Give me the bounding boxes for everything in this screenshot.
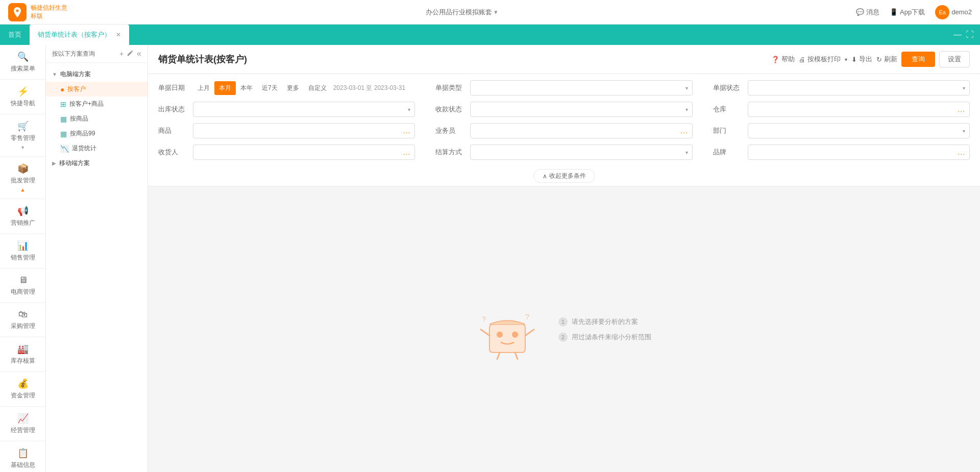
header-actions: ❓ 帮助 🖨 按模板打印 ▾ ⬇ 导出 ↻ 刷新 [771, 51, 970, 67]
settlement-select[interactable]: ▾ [470, 145, 692, 160]
marketing-icon: 📢 [17, 205, 29, 217]
tab-home[interactable]: 首页 [0, 25, 30, 45]
sidebar-item-sales[interactable]: 📊 销售管理 [0, 234, 45, 269]
filter-product-control: ... [193, 123, 415, 138]
sidebar-item-quicknav[interactable]: ⚡ 快捷导航 [0, 80, 45, 114]
by-customer-product-icon: ⊞ [60, 100, 66, 108]
department-select[interactable]: ▾ [748, 123, 970, 138]
tree-group-desktop: ▼ 电脑端方案 ● 按客户 ⊞ 按客户+商品 ▦ 按商品 [46, 67, 148, 156]
by-customer-icon: ● [60, 85, 64, 93]
filter-inner: 单据日期 上月 本月 本年 近7天 更多 自定义 20 [148, 74, 980, 160]
filter-ship-status: 出库状态 ▾ [158, 102, 415, 117]
settlement-chevron: ▾ [685, 150, 688, 155]
product-select[interactable]: ... [193, 123, 415, 138]
brand-select[interactable]: ... [748, 145, 970, 160]
tab-maximize-btn[interactable]: ⛶ [966, 30, 974, 39]
receiver-select[interactable]: ... [193, 145, 415, 160]
sidebar-item-finance[interactable]: 💰 资金管理 [0, 372, 45, 407]
scheme-add-btn[interactable]: + [119, 50, 124, 58]
date-tab-thisyear[interactable]: 本年 [236, 81, 257, 95]
receiver-dots: ... [403, 148, 411, 156]
filter-payment-control: ▾ [470, 102, 692, 117]
help-btn[interactable]: ❓ 帮助 [771, 55, 795, 64]
help-icon: ❓ [771, 56, 779, 63]
content-area: 按以下方案查询 + « ▼ 电脑端方案 ● 按 [46, 45, 980, 472]
message-btn[interactable]: 💬 消息 [856, 8, 879, 17]
top-header: 畅捷信好生意 标版 办公用品行业模拟账套 ▾ 💬 消息 📱 App下载 Ea d… [0, 0, 980, 25]
tree-item-by-customer-product[interactable]: ⊞ 按客户+商品 [46, 97, 148, 111]
date-range-control: 上月 本月 本年 近7天 更多 自定义 2023-03-01 至 2023-03… [193, 81, 415, 95]
retail-expand-icon: ▾ [21, 145, 24, 150]
filter-brand-control: ... [748, 145, 970, 160]
breadcrumb-dropdown-icon[interactable]: ▾ [494, 8, 498, 16]
date-tab-thismonth[interactable]: 本月 [214, 81, 236, 95]
refresh-btn[interactable]: ↻ 刷新 [876, 55, 897, 64]
warehouse-select[interactable]: ... [748, 102, 970, 117]
user-profile[interactable]: Ea demo2 [935, 5, 972, 19]
svg-point-2 [512, 332, 518, 338]
filter-date: 单据日期 上月 本月 本年 近7天 更多 自定义 20 [158, 81, 415, 95]
filter-receiver-control: ... [193, 145, 415, 160]
tab-minimize-btn[interactable]: — [953, 30, 962, 39]
svg-text:?: ? [525, 313, 529, 321]
app-download-btn[interactable]: 📱 App下载 [890, 8, 925, 17]
sidebar-item-purchase[interactable]: 🛍 采购管理 [0, 303, 45, 337]
svg-rect-0 [489, 324, 525, 352]
date-tab-lastmonth[interactable]: 上月 [193, 81, 214, 95]
empty-illustration: ? ? [477, 299, 538, 360]
export-btn[interactable]: ⬇ 导出 [851, 55, 872, 64]
date-tabs: 上月 本月 本年 近7天 更多 自定义 [193, 81, 331, 95]
date-tab-last7[interactable]: 近7天 [257, 81, 282, 95]
search-icon: 🔍 [17, 51, 29, 62]
tree-item-by-product-99[interactable]: ▦ 按商品99 [46, 126, 148, 141]
scheme-collapse-btn[interactable]: « [137, 49, 141, 58]
tab-sales-stat[interactable]: 销货单统计表（按客户） ✕ [30, 25, 129, 45]
tree-group-mobile-label[interactable]: ▶ 移动端方案 [46, 156, 148, 171]
tree-group-desktop-label[interactable]: ▼ 电脑端方案 [46, 67, 148, 82]
tip-num-2: 2 [558, 333, 568, 342]
ship-status-select[interactable]: ▾ [193, 102, 415, 117]
doc-type-chevron: ▾ [685, 85, 688, 91]
salesperson-select[interactable]: ... [470, 123, 692, 138]
sidebar-item-retail[interactable]: 🛒 零售管理 ▾ [0, 114, 45, 157]
sidebar-item-basic[interactable]: 📋 基础信息 [0, 441, 45, 472]
purchase-icon: 🛍 [18, 309, 28, 320]
tree-item-return-stats[interactable]: 📉 退货统计 [46, 141, 148, 156]
print-dropdown-arrow: ▾ [845, 57, 847, 62]
filter-doc-status: 单据状态 ▾ [713, 80, 970, 96]
mobile-group-arrow: ▶ [52, 160, 56, 166]
tree-item-by-customer[interactable]: ● 按客户 [46, 82, 148, 97]
svg-line-4 [525, 329, 534, 336]
sidebar-item-search[interactable]: 🔍 搜索菜单 [0, 45, 45, 80]
filter-doc-status-control: ▾ [748, 80, 970, 96]
query-btn[interactable]: 查询 [901, 52, 935, 67]
collapse-btn[interactable]: ∧ 收起更多条件 [534, 169, 595, 183]
svg-line-6 [515, 352, 518, 359]
doc-type-select[interactable]: ▾ [470, 80, 692, 96]
filter-salesperson: 业务员 ... [435, 123, 692, 138]
main-content: 销货单统计表(按客户) ❓ 帮助 🖨 按模板打印 ▾ ⬇ 导出 [148, 45, 980, 472]
doc-status-select[interactable]: ▾ [748, 80, 970, 96]
payment-status-select[interactable]: ▾ [470, 102, 692, 117]
settings-btn[interactable]: 设置 [939, 51, 970, 67]
tip-num-1: 1 [558, 317, 568, 326]
filter-ship-control: ▾ [193, 102, 415, 117]
warehouse-dots: ... [958, 105, 965, 113]
date-tab-more[interactable]: 更多 [282, 81, 304, 95]
tree-item-by-product[interactable]: ▦ 按商品 [46, 111, 148, 126]
sidebar-item-operations[interactable]: 📈 经营管理 [0, 407, 45, 441]
logo-area: 畅捷信好生意 标版 [8, 3, 67, 21]
sidebar-item-ecommerce[interactable]: 🖥 电商管理 [0, 269, 45, 303]
header-right: 💬 消息 📱 App下载 Ea demo2 [856, 5, 972, 19]
finance-icon: 💰 [17, 378, 29, 389]
filter-settlement: 结算方式 ▾ [435, 145, 692, 160]
tab-close-btn[interactable]: ✕ [116, 31, 121, 38]
svg-line-3 [481, 329, 489, 336]
date-tab-custom[interactable]: 自定义 [304, 81, 331, 95]
sidebar-item-inventory[interactable]: 🏭 库存核算 [0, 337, 45, 372]
scheme-edit-btn[interactable] [127, 50, 134, 58]
filter-wrapper: 单据日期 上月 本月 本年 近7天 更多 自定义 20 [148, 74, 980, 186]
sidebar-item-marketing[interactable]: 📢 营销推广 [0, 199, 45, 234]
print-btn[interactable]: 🖨 按模板打印 ▾ [799, 55, 847, 64]
sidebar-item-wholesale[interactable]: 📦 批发管理 ▲ [0, 157, 45, 199]
